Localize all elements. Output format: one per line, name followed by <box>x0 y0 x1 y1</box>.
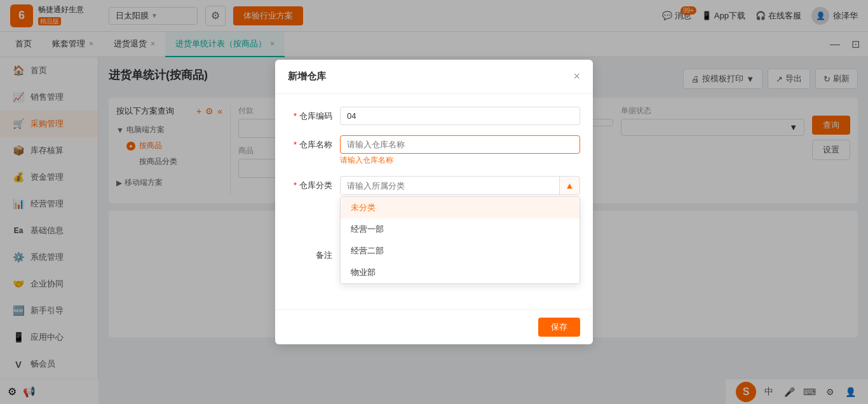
category-dropdown-list: 未分类 经营一部 经营二部 物业部 <box>340 196 580 284</box>
dialog-header: 新增仓库 × <box>275 60 593 94</box>
dialog-footer: 保存 <box>275 309 593 344</box>
category-dropdown-toggle[interactable]: ▲ <box>559 177 580 194</box>
name-form-row: 仓库名称 请输入仓库名称 <box>288 135 580 166</box>
save-btn[interactable]: 保存 <box>538 318 580 337</box>
dialog-body: 仓库编码 仓库名称 请输入仓库名称 仓库分类 ▲ <box>275 94 593 309</box>
dropdown-item-1[interactable]: 经营一部 <box>341 219 580 240</box>
add-warehouse-dialog: 新增仓库 × 仓库编码 仓库名称 请输入仓库名称 仓库分类 <box>275 60 593 344</box>
category-field: ▲ 未分类 经营一部 经营二部 物业部 <box>340 176 580 195</box>
category-label: 仓库分类 <box>288 176 332 191</box>
code-label: 仓库编码 <box>288 107 332 122</box>
dialog-overlay[interactable]: 新增仓库 × 仓库编码 仓库名称 请输入仓库名称 仓库分类 <box>0 0 868 404</box>
category-input[interactable] <box>341 177 559 194</box>
name-input[interactable] <box>340 135 580 154</box>
code-form-row: 仓库编码 <box>288 107 580 125</box>
category-input-wrapper: ▲ <box>340 176 580 195</box>
dropdown-item-0[interactable]: 未分类 <box>341 197 580 219</box>
dropdown-item-3[interactable]: 物业部 <box>341 262 580 283</box>
note-label: 备注 <box>288 246 332 261</box>
dialog-title: 新增仓库 <box>288 71 326 83</box>
code-input[interactable] <box>340 107 580 125</box>
code-field <box>340 107 580 125</box>
name-field: 请输入仓库名称 <box>340 135 580 166</box>
name-label: 仓库名称 <box>288 135 332 151</box>
dialog-close-btn[interactable]: × <box>573 70 580 83</box>
dropdown-item-2[interactable]: 经营二部 <box>341 240 580 262</box>
category-form-row: 仓库分类 ▲ 未分类 经营一部 经营二部 物业部 <box>288 176 580 195</box>
name-error-msg: 请输入仓库名称 <box>340 155 580 166</box>
